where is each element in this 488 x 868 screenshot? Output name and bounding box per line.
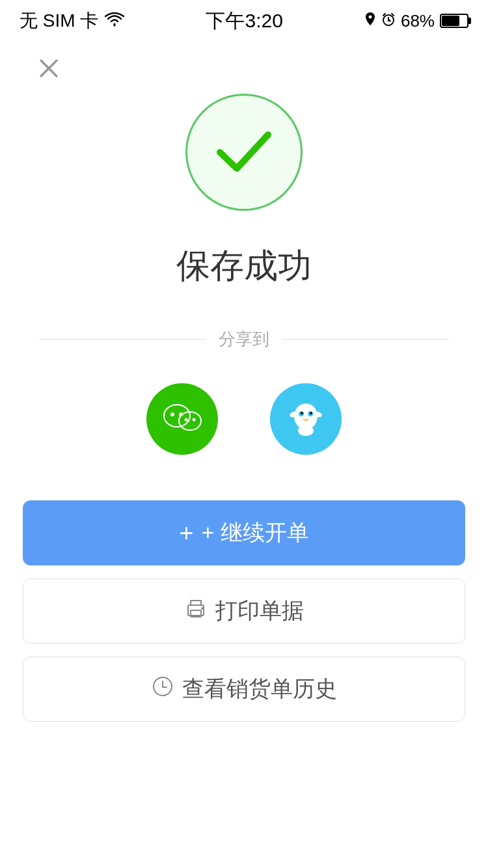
print-button[interactable]: 打印单据 xyxy=(23,578,465,644)
no-sim-label: 无 SIM 卡 xyxy=(20,8,98,33)
close-icon xyxy=(37,57,61,80)
success-circle xyxy=(185,94,303,211)
divider-left xyxy=(39,339,206,340)
svg-point-8 xyxy=(192,418,195,421)
share-divider: 分享到 xyxy=(0,328,488,351)
svg-point-14 xyxy=(310,412,312,414)
svg-point-13 xyxy=(301,412,303,414)
continue-label: + 继续开单 xyxy=(201,518,308,548)
svg-point-7 xyxy=(184,418,187,421)
svg-point-5 xyxy=(170,413,174,416)
wechat-share-button[interactable] xyxy=(146,383,218,455)
continue-button[interactable]: + + 继续开单 xyxy=(23,500,465,565)
clock-icon xyxy=(151,675,174,703)
alarm-icon xyxy=(381,11,396,31)
checkmark-icon xyxy=(215,129,273,175)
divider-right xyxy=(282,339,449,340)
svg-point-3 xyxy=(164,405,190,427)
qq-share-button[interactable] xyxy=(270,383,342,455)
share-icons xyxy=(146,383,342,455)
wifi-icon xyxy=(105,10,124,31)
history-button[interactable]: 查看销货单历史 xyxy=(23,657,465,722)
status-time: 下午3:20 xyxy=(206,8,282,34)
printer-icon xyxy=(184,597,208,625)
main-content: 保存成功 分享到 xyxy=(0,42,488,722)
status-right: 68% xyxy=(364,11,468,31)
success-title: 保存成功 xyxy=(176,243,312,289)
close-button[interactable] xyxy=(33,52,65,85)
status-bar: 无 SIM 卡 下午3:20 68% xyxy=(0,0,488,42)
battery-icon xyxy=(440,14,468,28)
share-label: 分享到 xyxy=(206,328,282,351)
location-icon xyxy=(364,11,376,31)
svg-point-19 xyxy=(201,607,204,610)
svg-point-6 xyxy=(179,413,183,416)
wechat-icon xyxy=(161,401,204,437)
battery-percent: 68% xyxy=(401,11,435,31)
svg-point-10 xyxy=(298,426,314,436)
plus-icon: + xyxy=(179,519,193,547)
qq-icon xyxy=(285,398,327,441)
action-buttons: + + 继续开单 打印单据 查看销货单历史 xyxy=(23,500,465,722)
print-label: 打印单据 xyxy=(215,596,304,626)
history-label: 查看销货单历史 xyxy=(182,674,337,704)
status-left: 无 SIM 卡 xyxy=(20,8,124,33)
